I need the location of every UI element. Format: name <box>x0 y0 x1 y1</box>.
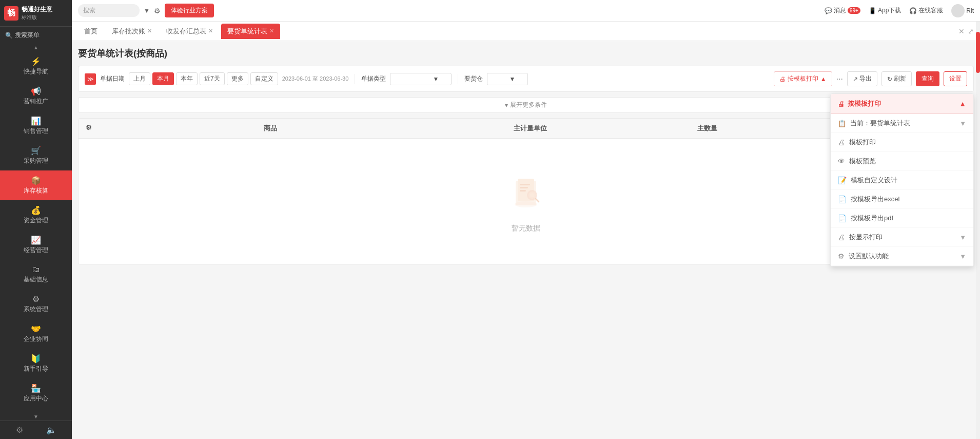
notification-badge: 99+ <box>848 7 860 14</box>
order-type-select[interactable]: ▼ <box>390 73 452 85</box>
query-btn[interactable]: 查询 <box>916 71 939 86</box>
tab-receipt-summary[interactable]: 收发存汇总表 ✕ <box>160 24 219 39</box>
date-custom-btn[interactable]: 自定义 <box>250 72 278 85</box>
filter-expand-button[interactable]: ≫ <box>85 73 96 85</box>
sidebar-scroll-up[interactable]: ▲ <box>33 45 38 50</box>
online-service-label: 在线客服 <box>918 6 943 15</box>
topbar-search-box[interactable]: 搜索 <box>78 4 140 17</box>
sidebar-item-finance[interactable]: 💰 资金管理 <box>0 200 72 230</box>
goods-warehouse-select[interactable]: ▼ <box>487 73 528 85</box>
dropdown-current-left: 📋 当前：要货单统计表 <box>838 119 910 128</box>
search-menu-item[interactable]: 🔍 搜索菜单 <box>0 27 72 44</box>
set-default-icon: ⚙ <box>838 252 845 260</box>
topbar-settings-icon[interactable]: ⚙ <box>154 7 161 15</box>
sidebar-item-operations[interactable]: 📈 经营管理 <box>0 230 72 260</box>
sidebar-item-system[interactable]: ⚙ 系统管理 <box>0 289 72 319</box>
export-pdf-label: 按模板导出pdf <box>851 214 893 223</box>
print-dropdown-menu: 🖨 按模板打印 ▲ 📋 当前：要货单统计表 ▼ 🖨 模板打印 👁 模板预览 <box>830 93 974 266</box>
topbar: 搜索 ▼ ⚙ 体验行业方案 💬 消息 99+ 📱 App下载 🎧 在线客服 Ri… <box>72 0 980 22</box>
tab-inventory-batch[interactable]: 库存批次账 ✕ <box>106 24 158 39</box>
tab-maximize-icon[interactable]: ⤢ <box>968 27 974 35</box>
refresh-btn[interactable]: ↻ 刷新 <box>881 71 912 86</box>
sidebar-item-sales[interactable]: 📊 销售管理 <box>0 111 72 141</box>
sidebar-item-purchase[interactable]: 🛒 采购管理 <box>0 141 72 170</box>
sidebar-scroll-down[interactable]: ▼ <box>33 414 38 419</box>
app-download-item[interactable]: 📱 App下载 <box>869 6 901 15</box>
dropdown-header: 🖨 按模板打印 ▲ <box>831 94 973 114</box>
tab-close-all-icon[interactable]: ✕ <box>958 27 965 35</box>
tab-order-summary-close[interactable]: ✕ <box>269 28 274 34</box>
date-range-display: 2023-06-01 至 2023-06-30 <box>282 75 349 83</box>
dropdown-item-export-excel[interactable]: 📄 按模板导出excel <box>831 190 973 209</box>
date-current-year-btn[interactable]: 本年 <box>176 72 198 85</box>
date-last-7-btn[interactable]: 近7天 <box>200 72 225 85</box>
page-content-area: 要货单统计表(按商品) ≫ 单据日期 上月 本月 本年 近7天 更多 自定义 2… <box>72 41 980 439</box>
user-avatar-area[interactable]: Rit <box>951 4 974 17</box>
toolbar-more-icon[interactable]: ··· <box>836 74 843 84</box>
sidebar-item-basic-info[interactable]: 🗂 基础信息 <box>0 260 72 289</box>
display-print-label: 按显示打印 <box>849 233 883 242</box>
query-label: 查询 <box>922 74 934 83</box>
quick-nav-label: 快捷导航 <box>24 67 48 76</box>
sidebar-nav: ⚡ 快捷导航 📢 营销推广 📊 销售管理 🛒 采购管理 📦 库存核算 💰 资金管… <box>0 51 72 413</box>
export-btn[interactable]: ↗ 导出 <box>847 71 877 86</box>
th-quantity: 主数量 <box>619 119 796 138</box>
sidebar-item-wechat[interactable]: 💬 企业微信 <box>0 408 72 413</box>
sidebar-item-guide[interactable]: 🔰 新手引导 <box>0 349 72 378</box>
tab-receipt-summary-close[interactable]: ✕ <box>208 28 213 34</box>
tabs-controls: ✕ ⤢ <box>958 27 974 35</box>
empty-icon <box>505 169 546 218</box>
enterprise-icon: 🤝 <box>31 324 41 334</box>
dropdown-item-export-pdf[interactable]: 📄 按模板导出pdf <box>831 209 973 228</box>
online-service-item[interactable]: 🎧 在线客服 <box>909 6 943 15</box>
set-default-left: ⚙ 设置默认功能 <box>838 252 889 261</box>
dropdown-item-set-default[interactable]: ⚙ 设置默认功能 ▼ <box>831 247 973 266</box>
tab-order-summary[interactable]: 要货单统计表 ✕ <box>221 24 280 39</box>
tab-home[interactable]: 首页 <box>78 24 104 39</box>
print-template-btn[interactable]: 🖨 按模板打印 ▲ <box>774 71 832 86</box>
experience-btn[interactable]: 体验行业方案 <box>165 4 214 17</box>
th-product: 商品 <box>99 119 441 138</box>
system-icon: ⚙ <box>32 294 40 304</box>
user-avatar <box>951 4 965 17</box>
enterprise-label: 企业协同 <box>24 335 48 343</box>
date-current-month-btn[interactable]: 本月 <box>152 72 174 85</box>
basic-info-label: 基础信息 <box>24 275 48 284</box>
app-download-label: App下载 <box>878 6 901 15</box>
svg-rect-5 <box>520 190 526 192</box>
notification-item[interactable]: 💬 消息 99+ <box>825 6 860 15</box>
sidebar: 畅 畅通好生意 标准版 🔍 搜索菜单 ▲ ⚡ 快捷导航 📢 营销推广 📊 销售管… <box>0 0 72 439</box>
purchase-label: 采购管理 <box>24 157 48 165</box>
svg-point-9 <box>530 193 534 197</box>
dropdown-item-template-custom[interactable]: 📝 模板自定义设计 <box>831 171 973 190</box>
topbar-dropdown-arrow[interactable]: ▼ <box>144 7 150 14</box>
dropdown-item-display-print[interactable]: 🖨 按显示打印 ▼ <box>831 228 973 247</box>
export-excel-label: 按模板导出excel <box>851 195 899 204</box>
sidebar-item-enterprise[interactable]: 🤝 企业协同 <box>0 319 72 349</box>
goods-type-label: 要货仓 <box>464 74 483 83</box>
finance-label: 资金管理 <box>24 216 48 225</box>
tab-inventory-batch-close[interactable]: ✕ <box>147 28 152 34</box>
dropdown-current-template[interactable]: 📋 当前：要货单统计表 ▼ <box>831 114 973 133</box>
tab-inventory-batch-label: 库存批次账 <box>112 27 145 36</box>
operations-icon: 📈 <box>31 235 41 245</box>
empty-text: 暂无数据 <box>512 224 540 233</box>
settings-footer-icon[interactable]: ⚙ <box>16 425 23 435</box>
dropdown-item-template-preview[interactable]: 👁 模板预览 <box>831 152 973 171</box>
sidebar-item-marketing[interactable]: 📢 营销推广 <box>0 81 72 111</box>
right-scrollbar[interactable] <box>976 41 980 439</box>
settings-btn[interactable]: 设置 <box>944 71 967 86</box>
th-settings[interactable]: ⚙ <box>79 119 99 138</box>
basic-info-icon: 🗂 <box>32 265 40 274</box>
dropdown-close-btn[interactable]: ▲ <box>959 100 966 108</box>
guide-label: 新手引导 <box>24 365 48 373</box>
set-default-label: 设置默认功能 <box>849 252 889 261</box>
dropdown-print-icon: 🖨 <box>838 100 845 108</box>
sidebar-item-quick-nav[interactable]: ⚡ 快捷导航 <box>0 51 72 81</box>
date-more-btn[interactable]: 更多 <box>227 72 248 85</box>
audio-footer-icon[interactable]: 🔈 <box>46 425 56 435</box>
sidebar-item-appstore[interactable]: 🏪 应用中心 <box>0 378 72 408</box>
dropdown-item-template-print[interactable]: 🖨 模板打印 <box>831 133 973 152</box>
date-last-month-btn[interactable]: 上月 <box>129 72 150 85</box>
sidebar-item-inventory[interactable]: 📦 库存核算 <box>0 170 72 200</box>
